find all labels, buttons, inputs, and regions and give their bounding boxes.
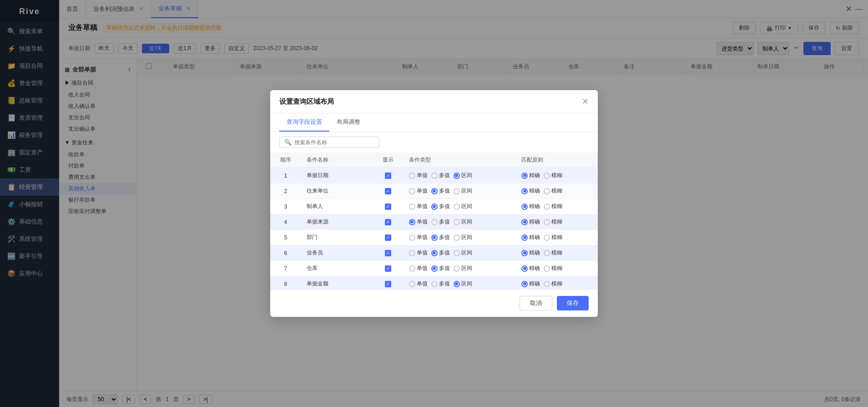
- row-name: 单据金额: [301, 276, 373, 290]
- match-fuzzy[interactable]: 模糊: [544, 187, 562, 195]
- type-range[interactable]: 区间: [454, 172, 472, 179]
- match-precise[interactable]: 精确: [521, 172, 540, 179]
- row-display[interactable]: ✓: [373, 261, 404, 276]
- radio-single-circle: [409, 204, 415, 210]
- match-precise[interactable]: 精确: [521, 265, 540, 272]
- type-multi[interactable]: 多值: [431, 249, 450, 257]
- display-checkbox[interactable]: ✓: [385, 188, 391, 194]
- type-range[interactable]: 区间: [454, 280, 472, 288]
- match-fuzzy[interactable]: 模糊: [544, 234, 562, 241]
- type-range[interactable]: 区间: [454, 187, 472, 195]
- type-single[interactable]: 单值: [409, 218, 428, 226]
- row-display[interactable]: ✓: [373, 183, 404, 199]
- match-fuzzy[interactable]: 模糊: [544, 249, 562, 257]
- row-name: 单据日期: [301, 168, 373, 183]
- type-multi[interactable]: 多值: [431, 234, 450, 241]
- row-type: 单值 多值 区间: [404, 230, 516, 245]
- match-precise[interactable]: 精确: [521, 234, 540, 241]
- radio-single-circle: [409, 250, 415, 256]
- row-name: 单据来源: [301, 214, 373, 230]
- type-range[interactable]: 区间: [454, 249, 472, 257]
- row-display[interactable]: ✓: [373, 168, 404, 183]
- radio-range-circle: [454, 173, 460, 179]
- row-display[interactable]: ✓: [373, 214, 404, 230]
- radio-precise-circle: [521, 188, 528, 194]
- th-display: 显示: [373, 153, 404, 168]
- radio-range-circle: [454, 281, 460, 287]
- match-fuzzy[interactable]: 模糊: [544, 280, 562, 288]
- type-single[interactable]: 单值: [409, 265, 428, 272]
- match-precise[interactable]: 精确: [521, 280, 540, 288]
- type-single[interactable]: 单值: [409, 234, 428, 241]
- radio-single-circle: [409, 188, 415, 194]
- display-checkbox[interactable]: ✓: [385, 250, 391, 256]
- dialog-tabs: 查询字段设置 布局调整: [270, 113, 598, 132]
- type-single[interactable]: 单值: [409, 187, 428, 195]
- match-precise[interactable]: 精确: [521, 187, 540, 195]
- type-single[interactable]: 单值: [409, 280, 428, 288]
- match-precise[interactable]: 精确: [521, 218, 540, 226]
- row-display[interactable]: ✓: [373, 230, 404, 245]
- dialog-title: 设置查询区域布局: [279, 97, 334, 106]
- match-fuzzy[interactable]: 模糊: [544, 218, 562, 226]
- tab-query-fields[interactable]: 查询字段设置: [279, 113, 329, 132]
- display-checkbox[interactable]: ✓: [385, 219, 391, 225]
- cancel-button[interactable]: 取消: [520, 296, 552, 310]
- type-multi[interactable]: 多值: [431, 280, 450, 288]
- type-range[interactable]: 区间: [454, 265, 472, 272]
- match-fuzzy[interactable]: 模糊: [544, 172, 562, 179]
- row-name: 制单人: [301, 199, 373, 214]
- row-display[interactable]: ✓: [373, 276, 404, 290]
- row-type: 单值 多值 区间: [404, 168, 516, 183]
- th-name: 条件名称: [301, 153, 373, 168]
- radio-multi-circle: [431, 173, 438, 179]
- match-fuzzy[interactable]: 模糊: [544, 203, 562, 210]
- radio-fuzzy-circle: [544, 188, 550, 194]
- dialog-table-scroll[interactable]: 顺序 条件名称 显示 条件类型 匹配原则 1 单据日期 ✓: [270, 153, 598, 289]
- type-range[interactable]: 区间: [454, 203, 472, 210]
- row-type: 单值 多值 区间: [404, 261, 516, 276]
- save-button[interactable]: 保存: [557, 296, 589, 310]
- type-range[interactable]: 区间: [454, 218, 472, 226]
- radio-single-circle: [409, 234, 415, 241]
- row-type: 单值 多值 区间: [404, 214, 516, 230]
- display-checkbox[interactable]: ✓: [385, 173, 391, 179]
- row-order: 3: [270, 199, 301, 214]
- dialog-footer: 取消 保存: [270, 289, 598, 317]
- display-checkbox[interactable]: ✓: [385, 265, 391, 272]
- row-type: 单值 多值 区间: [404, 183, 516, 199]
- type-multi[interactable]: 多值: [431, 218, 450, 226]
- radio-fuzzy-circle: [544, 204, 550, 210]
- radio-precise-circle: [521, 265, 528, 272]
- radio-precise-circle: [521, 219, 528, 225]
- type-multi[interactable]: 多值: [431, 187, 450, 195]
- table-row: 4 单据来源 ✓ 单值 多值 区间: [270, 214, 598, 230]
- row-display[interactable]: ✓: [373, 199, 404, 214]
- search-input[interactable]: [294, 139, 374, 146]
- type-range[interactable]: 区间: [454, 234, 472, 241]
- radio-fuzzy-circle: [544, 281, 550, 287]
- radio-single-circle: [409, 173, 415, 179]
- type-multi[interactable]: 多值: [431, 203, 450, 210]
- dialog-close-button[interactable]: ✕: [582, 97, 589, 107]
- display-checkbox[interactable]: ✓: [385, 281, 391, 287]
- display-checkbox[interactable]: ✓: [385, 234, 391, 241]
- display-checkbox[interactable]: ✓: [385, 204, 391, 210]
- type-single[interactable]: 单值: [409, 172, 428, 179]
- type-single[interactable]: 单值: [409, 203, 428, 210]
- tab-layout[interactable]: 布局调整: [329, 113, 368, 132]
- row-match: 精确 模糊: [516, 261, 598, 276]
- type-single[interactable]: 单值: [409, 249, 428, 257]
- type-multi[interactable]: 多值: [431, 172, 450, 179]
- match-precise[interactable]: 精确: [521, 249, 540, 257]
- table-row: 7 仓库 ✓ 单值 多值 区间: [270, 261, 598, 276]
- match-fuzzy[interactable]: 模糊: [544, 265, 562, 272]
- radio-range-circle: [454, 250, 460, 256]
- row-type: 单值 多值 区间: [404, 276, 516, 290]
- table-row: 3 制单人 ✓ 单值 多值 区间: [270, 199, 598, 214]
- row-display[interactable]: ✓: [373, 245, 404, 261]
- type-multi[interactable]: 多值: [431, 265, 450, 272]
- search-icon: 🔍: [284, 139, 292, 146]
- row-order: 2: [270, 183, 301, 199]
- match-precise[interactable]: 精确: [521, 203, 540, 210]
